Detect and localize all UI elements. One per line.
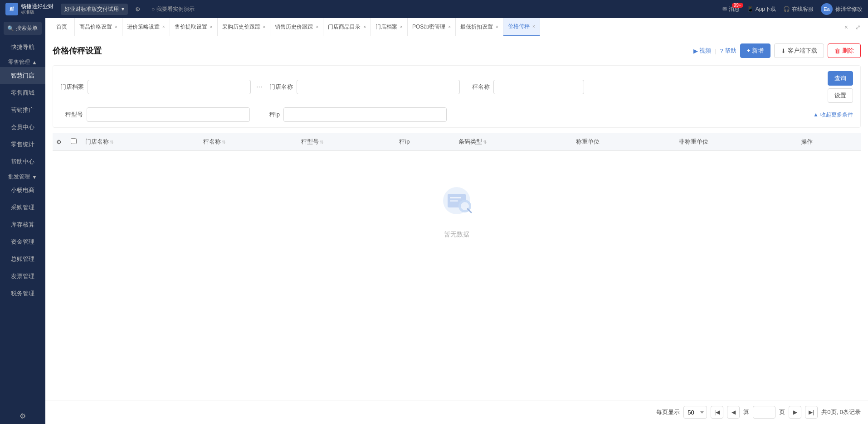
video-link[interactable]: ▶ 视频 [693,47,711,55]
tab-label: 最低折扣设置 [460,23,493,31]
app-download-label: App下载 [756,5,776,13]
first-page-button[interactable]: |◀ [711,406,723,419]
sidebar-item-label: 营销推广 [11,106,34,114]
demo-link[interactable]: ○ 我要看实例演示 [151,5,195,13]
sidebar-retail-mgmt[interactable]: 零售管理 ▲ [0,56,45,67]
table-col-non-weight-unit: 非称重单位 [675,133,798,151]
tab-close-icon[interactable]: × [162,24,165,29]
sidebar-item-marketing[interactable]: 营销推广 [0,101,45,119]
tab-label: 商品价格设置 [79,23,112,31]
prev-page-button[interactable]: ◀ [727,406,740,419]
sidebar-settings-icon[interactable]: ⚙ [20,412,26,420]
query-button[interactable]: 查询 [828,71,853,86]
tab-pos-management[interactable]: POS加密管理 × [408,18,456,36]
sidebar-item-mini-ecom[interactable]: 小畅电商 [0,182,45,199]
table-col-scale-name[interactable]: 秤名称 [200,133,297,151]
tab-close-icon[interactable]: × [496,24,498,29]
close-tab-button[interactable]: × [841,18,852,36]
search-menu-button[interactable]: 🔍 搜索菜单 [4,22,42,35]
maximize-tab-button[interactable]: ⤢ [852,18,864,36]
tab-close-icon[interactable]: × [363,24,366,29]
help-icon: ? [720,48,723,54]
tab-close-icon[interactable]: × [316,24,318,29]
app-logo-line1: 畅捷通好业财 [21,3,54,10]
scale-ip-input[interactable] [283,107,447,122]
user-name: 徐泽华修改 [835,5,863,13]
tab-label: 门店商品目录 [328,23,361,31]
scale-name-input[interactable] [493,80,584,94]
top-settings-button[interactable]: ⚙ [132,3,144,15]
sidebar-item-finance[interactable]: 资金管理 [0,233,45,251]
version-select-text: 好业财标准版交付试用 [64,5,119,13]
sidebar-item-quick-nav[interactable]: 快捷导航 [0,39,45,56]
sidebar-item-tax-mgmt[interactable]: 税务管理 [0,285,45,302]
table-col-checkbox[interactable] [67,133,82,151]
table-col-actions: 操作 [797,133,861,151]
sidebar-item-general-ledger[interactable]: 总账管理 [0,251,45,268]
last-page-button[interactable]: ▶| [805,406,818,419]
collapse-label: 收起更多条件 [820,111,853,119]
scale-ip-label: 秤ip [257,111,280,119]
sort-barcode-type[interactable]: 条码类型 [458,138,487,146]
sidebar-item-retail-mall[interactable]: 零售商城 [0,84,45,101]
sidebar-item-help-center[interactable]: 帮助中心 [0,153,45,170]
store-file-input[interactable] [88,80,251,94]
tab-price-transfer[interactable]: 价格传秤 × [503,18,540,36]
tab-close-icon[interactable]: × [532,24,535,29]
svg-rect-6 [450,200,458,202]
tab-sale-history[interactable]: 销售历史价跟踪 × [270,18,323,36]
tab-min-discount[interactable]: 最低折扣设置 × [456,18,503,36]
tab-home[interactable]: 首页 [49,18,75,36]
tab-close-icon[interactable]: × [210,24,213,29]
sidebar-item-invoice-mgmt[interactable]: 发票管理 [0,268,45,285]
user-menu[interactable]: Ea 徐泽华修改 [821,3,863,15]
message-button[interactable]: ✉ 消息 99+ [722,5,740,13]
next-page-button[interactable]: ▶ [789,406,801,419]
tab-close-icon[interactable]: × [448,24,451,29]
main-content: 价格传秤设置 ▶ 视频 | ? 帮助 + 新增 [45,36,868,400]
store-file-field: 门店档案 ··· [60,80,262,94]
tab-sale-extraction[interactable]: 售价提取设置 × [170,18,218,36]
table-col-settings[interactable]: ⚙ [53,133,67,151]
sort-scale-name[interactable]: 秤名称 [203,138,225,146]
set-button[interactable]: 设置 [828,88,853,103]
tab-close-icon[interactable]: × [400,24,403,29]
sidebar-item-retail-stats[interactable]: 零售统计 [0,136,45,153]
page-number-input[interactable]: 1 [753,406,775,419]
online-service-button[interactable]: 🎧 在线客服 [783,5,814,13]
sort-store-name[interactable]: 门店名称 [85,138,113,146]
table-col-store-name[interactable]: 门店名称 [82,133,200,151]
tab-store-file[interactable]: 门店档案 × [371,18,408,36]
page-size-select[interactable]: 102050100 [683,406,707,419]
search-form: 门店档案 ··· 门店名称 秤名称 [53,65,861,128]
store-file-label: 门店档案 [60,83,84,91]
tab-close-icon[interactable]: × [115,24,117,29]
tab-purchase-strategy[interactable]: 进价策略设置 × [122,18,170,36]
table-col-scale-model[interactable]: 秤型号 [297,133,395,151]
more-options-icon[interactable]: ··· [256,83,262,91]
sidebar-item-inventory[interactable]: 库存核算 [0,216,45,233]
app-download-button[interactable]: 📱 App下载 [747,5,776,13]
tab-product-price[interactable]: 商品价格设置 × [75,18,122,36]
sort-scale-model[interactable]: 秤型号 [301,138,323,146]
sidebar-wholesale-mgmt[interactable]: 批发管理 ▼ [0,170,45,182]
collapse-button[interactable]: ▲ 收起更多条件 [813,111,853,119]
delete-button[interactable]: 🗑 删除 [828,43,861,58]
select-all-checkbox[interactable] [71,138,77,144]
version-select[interactable]: 好业财标准版交付试用 ▾ [61,4,128,15]
tab-store-catalog[interactable]: 门店商品目录 × [323,18,371,36]
table-col-barcode-type[interactable]: 条码类型 [455,133,573,151]
tab-purchase-history[interactable]: 采购历史价跟踪 × [218,18,271,36]
sidebar-item-label: 资金管理 [11,238,34,246]
sidebar-item-member[interactable]: 会员中心 [0,119,45,136]
sidebar-bottom: ⚙ [0,408,45,424]
download-button[interactable]: ⬇ 客户端下载 [774,43,824,58]
sidebar-item-smart-store[interactable]: 智慧门店 [0,67,45,84]
tab-close-icon[interactable]: × [263,24,266,29]
add-button[interactable]: + 新增 [740,43,770,58]
sidebar-item-purchase-mgmt[interactable]: 采购管理 [0,199,45,216]
scale-model-input[interactable] [87,107,250,122]
app-logo: 财 畅捷通好业财 标准版 [5,3,54,15]
help-link[interactable]: ? 帮助 [720,47,736,55]
store-name-input[interactable] [297,80,460,94]
